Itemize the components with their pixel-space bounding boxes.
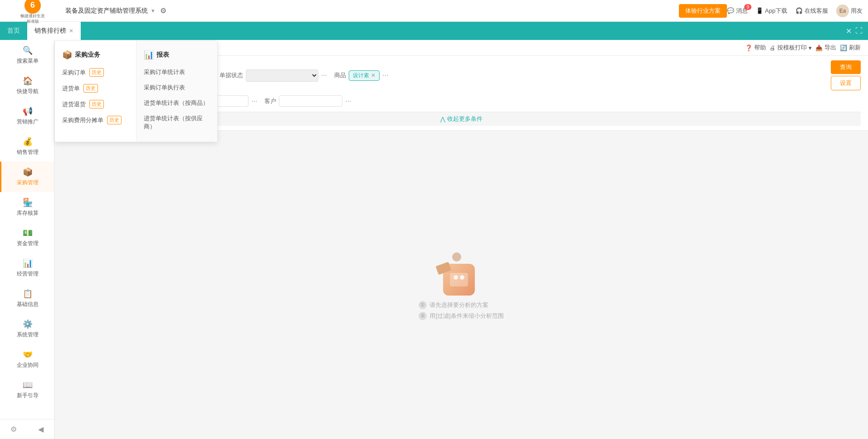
empty-step-2: ② 用[过滤]条件来缩小分析范围 (419, 312, 503, 320)
print-btn[interactable]: 🖨 按模板打印 ▾ (770, 44, 812, 52)
goods-tag: 设计素 ✕ (349, 70, 380, 81)
tabbar: 首页 销售排行榜 ✕ ✕ ⛶ (0, 22, 868, 40)
tab-close-icon[interactable]: ✕ (69, 28, 73, 34)
online-service-btn[interactable]: 🎧 在线客服 (795, 7, 828, 15)
tab-controls: ✕ ⛶ (846, 27, 868, 35)
dropdown-report-header: 📊 报表 (137, 48, 218, 64)
history-badge-1: 历史 (83, 84, 98, 93)
goods-label: 商品 (334, 71, 346, 79)
gear-icon[interactable]: ⚙ (160, 6, 166, 15)
sidebar-bottom: ⚙ ◀ (0, 419, 54, 439)
topbar-right: 💬 消息 9 📱 App下载 🎧 在线客服 Ea 用友 (727, 5, 863, 17)
title-area: 装备及固定资产辅助管理系统 ▾ ⚙ (60, 6, 679, 15)
sidebar-collapse-icon[interactable]: ◀ (38, 425, 44, 434)
history-badge-0: 历史 (89, 68, 104, 77)
dropdown-item-purchase-order[interactable]: 采购订单 历史 (55, 64, 136, 80)
sidebar-item-system[interactable]: ⚙️ 系统管理 (0, 314, 54, 344)
print-icon: 🖨 (770, 44, 775, 51)
logo-icon: 6 (24, 0, 41, 14)
step-1-num: ① (419, 301, 427, 309)
set-btn[interactable]: 设置 (831, 76, 861, 90)
search-icon: 🔍 (23, 45, 33, 55)
sidebar-item-capital[interactable]: 💵 资金管理 (0, 222, 54, 253)
goods-more-btn[interactable]: ··· (382, 71, 388, 79)
refresh-btn[interactable]: 🔄 刷新 (840, 44, 861, 52)
customer-more-btn[interactable]: ··· (345, 97, 351, 105)
settings-icon: ⚙️ (23, 319, 33, 329)
sidebar-settings-icon[interactable]: ⚙ (10, 425, 17, 434)
customer-filter: 客户 ··· (264, 95, 351, 107)
maximize-icon[interactable]: ⛶ (855, 27, 863, 35)
salesperson-more-btn[interactable]: ··· (251, 97, 257, 105)
dropdown-purchase-header: 📦 采购业务 (55, 48, 136, 64)
empty-step-1: ① 请先选择要分析的方案 (419, 301, 503, 309)
sidebar-item-cooperation[interactable]: 🤝 企业协同 (0, 344, 54, 375)
history-badge-3: 历史 (107, 116, 122, 124)
goods-tag-close[interactable]: ✕ (371, 72, 375, 79)
query-btns: 查询 设置 (831, 60, 861, 90)
dropdown-item-purchase-receipt[interactable]: 进货单 历史 (55, 80, 136, 96)
export-btn[interactable]: 📤 导出 (815, 44, 836, 52)
megaphone-icon: 📢 (23, 106, 33, 116)
money-icon: 💰 (23, 137, 33, 147)
avatar: Ea (836, 5, 849, 17)
dropdown-item-purchase-expense[interactable]: 采购费用分摊单 历史 (55, 112, 136, 128)
voucher-status-label: 单据状态 (219, 71, 243, 79)
sidebar-item-operation[interactable]: 📊 经营管理 (0, 253, 54, 283)
book-icon: 📖 (23, 380, 33, 390)
customer-label: 客户 (264, 97, 276, 105)
empty-state: ① 请先选择要分析的方案 ② 用[过滤]条件来缩小分析范围 (54, 131, 868, 439)
sidebar-item-sales[interactable]: 💰 销售管理 (0, 131, 54, 162)
app-download-btn[interactable]: 📱 App下载 (756, 7, 787, 15)
close-window-icon[interactable]: ✕ (846, 27, 852, 35)
dropdown-item-report-order-stat[interactable]: 采购订单统计表 (137, 64, 218, 80)
sidebar-item-quick-nav[interactable]: 🏠 快捷导航 (0, 70, 54, 101)
history-badge-2: 历史 (89, 100, 104, 109)
home-icon: 🏠 (23, 76, 33, 86)
headset-icon: 🎧 (795, 7, 803, 14)
logo-text: 畅捷通好生意 标准版 (20, 14, 45, 24)
sidebar-item-guide[interactable]: 📖 新手引导 (0, 375, 54, 405)
print-arrow-icon[interactable]: ▾ (809, 44, 812, 51)
clipboard-icon: 📋 (23, 289, 33, 299)
sidebar-item-inventory[interactable]: 🏪 库存核算 (0, 192, 54, 222)
report-header-icon: 📊 (144, 50, 154, 60)
query-btn[interactable]: 查询 (831, 60, 861, 74)
collapse-arrow-icon: ⋀ (440, 116, 445, 123)
voucher-status-more-btn[interactable]: ··· (321, 71, 327, 79)
message-btn[interactable]: 💬 消息 9 (727, 7, 748, 15)
user-btn[interactable]: Ea 用友 (836, 5, 863, 17)
voucher-status-select[interactable] (246, 69, 318, 82)
sidebar-item-search[interactable]: 🔍 搜索菜单 (0, 40, 54, 70)
chart-icon: 📊 (23, 258, 33, 268)
dropdown-col-report: 📊 报表 采购订单统计表 采购订单执行表 进货单统计表（按商品） 进货单统计表（… (136, 41, 218, 142)
sidebar: 🔍 搜索菜单 🏠 快捷导航 📢 营销推广 💰 销售管理 📦 采购管理 🏪 库存核… (0, 40, 54, 439)
title-arrow-icon[interactable]: ▾ (151, 7, 155, 14)
dropdown-item-report-receipt-supplier[interactable]: 进货单统计表（按供应商） (137, 111, 218, 134)
purchase-header-icon: 📦 (62, 50, 72, 60)
customer-input[interactable] (279, 95, 342, 107)
sidebar-item-marketing[interactable]: 📢 营销推广 (0, 101, 54, 131)
app-title: 装备及固定资产辅助管理系统 (65, 7, 148, 15)
industry-btn[interactable]: 体验行业方案 (679, 4, 727, 18)
empty-illustration (434, 250, 488, 296)
dropdown-item-purchase-return[interactable]: 进货退货 历史 (55, 96, 136, 112)
store-icon: 🏪 (23, 197, 33, 207)
box-icon: 📦 (23, 167, 33, 177)
sidebar-item-purchase[interactable]: 📦 采购管理 (0, 162, 54, 192)
dropdown-col-purchase: 📦 采购业务 采购订单 历史 进货单 历史 进货退货 历史 采购费用分摊单 历史 (55, 41, 136, 142)
sidebar-item-basic-info[interactable]: 📋 基础信息 (0, 283, 54, 314)
dropdown-item-report-order-exec[interactable]: 采购订单执行表 (137, 80, 218, 95)
handshake-icon: 🤝 (23, 350, 33, 360)
help-btn[interactable]: ❓ 帮助 (745, 44, 766, 52)
tab-sales-ranking[interactable]: 销售排行榜 ✕ (27, 22, 81, 40)
dropdown-menu: 📦 采购业务 采购订单 历史 进货单 历史 进货退货 历史 采购费用分摊单 历史… (54, 40, 218, 142)
topbar: 6 畅捷通好生意 标准版 装备及固定资产辅助管理系统 ▾ ⚙ 体验行业方案 💬 … (0, 0, 868, 22)
refresh-icon: 🔄 (840, 44, 847, 51)
empty-steps: ① 请先选择要分析的方案 ② 用[过滤]条件来缩小分析范围 (419, 301, 503, 320)
help-icon: ❓ (745, 44, 752, 51)
dropdown-item-report-receipt-goods[interactable]: 进货单统计表（按商品） (137, 95, 218, 111)
message-icon: 💬 (727, 7, 734, 14)
tab-home[interactable]: 首页 (0, 22, 27, 40)
voucher-status-filter: 单据状态 ··· (219, 69, 327, 82)
